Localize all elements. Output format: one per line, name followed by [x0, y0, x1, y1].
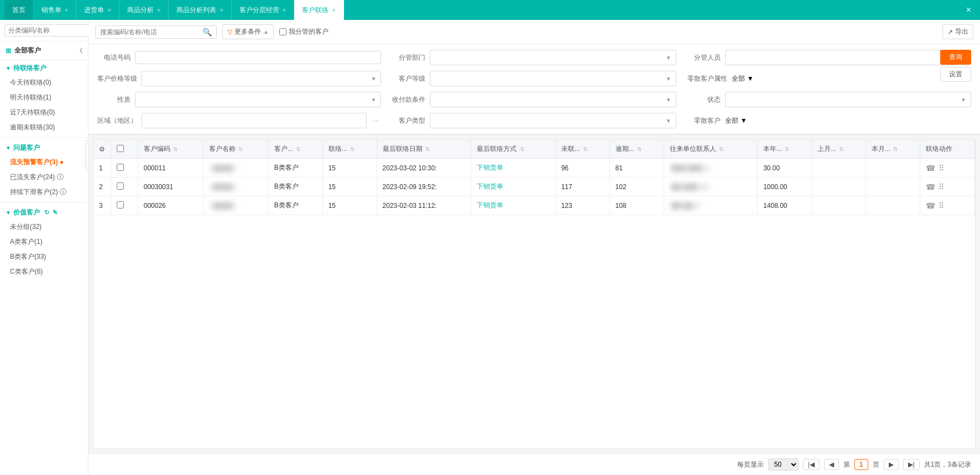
sidebar-collapse-icon[interactable]: 《 — [77, 47, 82, 55]
export-button[interactable]: ↗ 导出 — [942, 24, 973, 39]
action-more-icon[interactable]: ⠿ — [939, 201, 944, 210]
close-customer-contact-tab[interactable]: × — [332, 7, 335, 13]
status-label: 状态 — [687, 95, 721, 105]
table-header-this-year[interactable]: 本年... ⇅ — [758, 140, 812, 159]
row-last-method[interactable]: 下销货单 — [471, 178, 555, 196]
page-prev-button[interactable]: ◀ — [824, 459, 839, 470]
action-phone-icon[interactable]: ☎ — [926, 201, 935, 210]
filter-manager-row: 分管人员 ··· — [687, 50, 971, 65]
nav-tab-sales[interactable]: 销售单 × — [34, 0, 76, 20]
sidebar-item-class-b[interactable]: B类客户(33) — [0, 249, 88, 264]
my-customers-checkbox-label[interactable]: 我分管的客户 — [279, 27, 329, 36]
table-header-checkbox[interactable] — [111, 140, 138, 159]
row-name: ████ — [203, 178, 268, 196]
sidebar-item-tomorrow-pending[interactable]: 明天待联络(1) — [0, 90, 88, 105]
table-settings-col[interactable]: ⚙ — [93, 140, 111, 159]
query-button[interactable]: 查询 — [940, 50, 971, 65]
customer-grade-select[interactable]: ▼ — [430, 71, 676, 86]
nav-tab-sales-label: 销售单 — [41, 6, 61, 15]
table-header-grade[interactable]: 客户... ⇅ — [268, 140, 322, 159]
last-method-link[interactable]: 下销货单 — [477, 182, 503, 190]
more-conditions-button[interactable]: ▽ 更多条件 ▲ — [222, 24, 274, 39]
table-header-contact-count[interactable]: 联络... ⇅ — [322, 140, 377, 159]
customer-type-select[interactable]: ▼ — [430, 113, 676, 128]
action-phone-icon[interactable]: ☎ — [926, 164, 935, 173]
row-checkbox[interactable] — [111, 178, 138, 196]
settings-button[interactable]: 设置 — [940, 67, 971, 82]
table-header-uncontact[interactable]: 未联... ⇅ — [555, 140, 609, 159]
nav-tab-purchase[interactable]: 进货单 × — [76, 0, 119, 20]
close-analysis-list-tab[interactable]: × — [220, 7, 223, 13]
sidebar-item-already-lost[interactable]: 已流失客户(24) ⓘ — [0, 170, 88, 185]
last-method-link[interactable]: 下销货单 — [477, 201, 503, 209]
close-analysis-tab[interactable]: × — [157, 7, 160, 13]
sidebar-section-problem[interactable]: ▼ 问题客户 — [0, 140, 88, 155]
sidebar-section-value[interactable]: ▼ 价值客户 ↻ ✎ — [0, 205, 88, 220]
sidebar-item-ungrouped[interactable]: 未分组(32) — [0, 220, 88, 234]
region-more-dots[interactable]: ··· — [371, 117, 381, 124]
sidebar-search-input[interactable] — [4, 24, 95, 36]
page-last-button[interactable]: ▶| — [903, 459, 920, 470]
row-checkbox[interactable] — [111, 159, 138, 178]
close-customer-segment-tab[interactable]: × — [283, 7, 286, 13]
sidebar-item-loss-warning[interactable]: 流失预警客户(3) ● — [0, 155, 88, 170]
last-method-link[interactable]: 下销货单 — [477, 164, 503, 171]
nav-tab-analysis-list[interactable]: 商品分析列表 × — [169, 0, 231, 20]
manager-select[interactable] — [725, 50, 957, 65]
row-last-method[interactable]: 下销货单 — [471, 196, 555, 215]
table-header-last-date[interactable]: 最后联络日期 ⇅ — [377, 140, 471, 159]
table-header-code[interactable]: 客户编码 ⇅ — [138, 140, 203, 159]
row-last-date: 2023-03-02 10:30: — [377, 159, 471, 178]
region-select[interactable] — [142, 113, 367, 128]
table-header-last-month[interactable]: 上月... ⇅ — [812, 140, 866, 159]
window-close-button[interactable]: × — [962, 5, 976, 15]
value-customer-edit[interactable]: ✎ — [53, 209, 58, 216]
table-header-name[interactable]: 客户名称 ⇅ — [203, 140, 268, 159]
nav-tab-home[interactable]: 首页 — [4, 0, 34, 20]
phone-input[interactable] — [135, 51, 381, 64]
row-uncontact: 123 — [555, 196, 609, 215]
dept-select[interactable]: ▼ — [430, 50, 676, 65]
gender-select[interactable]: ▼ — [135, 92, 381, 107]
payment-select[interactable]: ▼ — [430, 92, 676, 107]
sidebar-item-today-pending[interactable]: 今天待联络(0) — [0, 75, 88, 90]
close-purchase-tab[interactable]: × — [107, 7, 111, 13]
table-header-person[interactable]: 往来单位联系人 ⇅ — [664, 140, 758, 159]
action-more-icon[interactable]: ⠿ — [939, 164, 944, 173]
my-customers-checkbox[interactable] — [279, 28, 286, 35]
sidebar-item-7days-pending[interactable]: 近7天待联络(0) — [0, 105, 88, 120]
nav-tab-analysis[interactable]: 商品分析 × — [119, 0, 169, 20]
row-last-month — [812, 178, 866, 196]
sidebar-item-class-a[interactable]: A类客户(1) — [0, 234, 88, 249]
nav-tab-customer-segment[interactable]: 客户分层经营 × — [232, 0, 294, 20]
row-checkbox[interactable] — [111, 196, 138, 215]
advanced-filter-panel: 电话号码 分管部门 ▼ 分管人员 ··· 客户价格等级 — [88, 44, 980, 135]
table-header-last-method[interactable]: 最后联络方式 ⇅ — [471, 140, 555, 159]
table-header-overdue[interactable]: 逾期... ⇅ — [609, 140, 664, 159]
close-sales-tab[interactable]: × — [65, 7, 68, 13]
action-phone-icon[interactable]: ☎ — [926, 182, 935, 191]
price-grade-select[interactable]: ▼ — [142, 71, 381, 86]
value-customer-refresh[interactable]: ↻ — [44, 209, 49, 216]
nav-tab-customer-contact[interactable]: 客户联络 × — [294, 0, 343, 20]
search-icon[interactable]: 🔍 — [202, 28, 212, 36]
page-next-button[interactable]: ▶ — [884, 459, 899, 470]
row-last-month — [812, 196, 866, 215]
filter-customer-grade-row: 客户等级 ▼ — [392, 71, 676, 86]
sidebar-item-class-c[interactable]: C类客户(6) — [0, 264, 88, 279]
action-more-icon[interactable]: ⠿ — [939, 182, 944, 191]
sidebar-section-problem-label: 问题客户 — [13, 143, 40, 153]
table-header-this-month[interactable]: 本月... ⇅ — [866, 140, 920, 159]
row-name: ████ — [203, 196, 268, 215]
sidebar-all-customers[interactable]: ⊞ 全部客户 《 — [0, 41, 88, 60]
sidebar-section-pending[interactable]: ▼ 待联络客户 — [0, 60, 88, 75]
select-all-checkbox[interactable] — [117, 145, 124, 152]
sidebar-item-declining[interactable]: 持续下滑客户(2) ⓘ — [0, 185, 88, 200]
page-first-button[interactable]: |◀ — [803, 459, 820, 470]
sidebar-item-overdue-pending[interactable]: 逾期未联络(30) — [0, 120, 88, 135]
status-select[interactable]: ▼ — [725, 92, 971, 107]
filter-bar: 🔍 ▽ 更多条件 ▲ 我分管的客户 ↗ 导出 — [88, 20, 980, 44]
row-last-method[interactable]: 下销货单 — [471, 159, 555, 178]
search-input[interactable] — [100, 28, 199, 36]
per-page-select[interactable]: 50 100 200 — [768, 458, 799, 471]
